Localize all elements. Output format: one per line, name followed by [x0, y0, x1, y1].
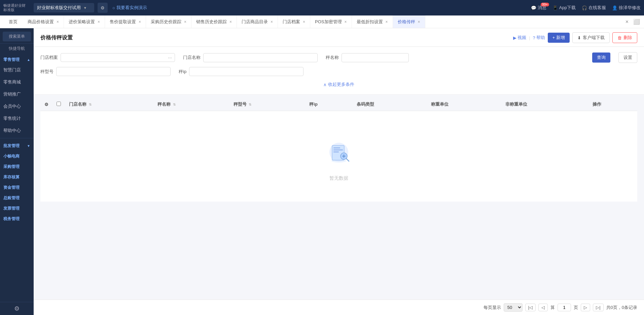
- svg-rect-3: [333, 147, 340, 148]
- tab-home[interactable]: 首页: [3, 15, 23, 28]
- settings-button[interactable]: ⚙: [98, 3, 108, 13]
- demo-link[interactable]: ○ 我要看实例演示: [112, 5, 147, 11]
- demo-icon: ○: [112, 5, 115, 10]
- tab-label: 价格传秤: [398, 19, 415, 25]
- tab-label: 售价提取设置: [110, 19, 136, 25]
- sidebar-item-member[interactable]: 会员中心: [0, 100, 34, 112]
- tab-purchase-history[interactable]: 采购历史价跟踪 ×: [146, 15, 191, 28]
- collapse-button[interactable]: ∧ 收起更多条件: [40, 80, 637, 89]
- tab-sale-price[interactable]: 售价提取设置 ×: [105, 15, 146, 28]
- close-icon[interactable]: ×: [418, 20, 420, 24]
- next-page-button[interactable]: ▷: [581, 304, 590, 311]
- video-link[interactable]: ▶ 视频: [513, 35, 526, 41]
- close-icon[interactable]: ×: [98, 20, 100, 24]
- sidebar-section-invoice[interactable]: 发票管理: [0, 202, 34, 213]
- close-icon[interactable]: ×: [345, 20, 347, 24]
- tab-min-discount[interactable]: 最低折扣设置 ×: [352, 15, 393, 28]
- chevron-down-icon: ▼: [27, 144, 30, 148]
- sidebar-section-ecommerce[interactable]: 小畅电商: [0, 150, 34, 161]
- content-area: 价格传秤设置 ▶ 视频 | ? 帮助 + 新增 ⬇ 客户端下载 🗑: [34, 28, 644, 315]
- close-icon[interactable]: ×: [184, 20, 186, 24]
- scale-model-input[interactable]: [56, 67, 171, 76]
- sidebar-item-retail-mall[interactable]: 零售商城: [0, 76, 34, 88]
- question-icon: ?: [533, 35, 535, 40]
- table-col-scale-model: 秤型号 ⇅: [229, 98, 306, 111]
- table-col-non-weight-unit: 非称重单位: [501, 98, 588, 111]
- page-title: 价格传秤设置: [40, 34, 73, 41]
- per-page-select[interactable]: 50 20 100: [504, 303, 523, 312]
- sidebar-section-retail[interactable]: 零售管理 ▲: [0, 54, 34, 64]
- sidebar-section-wholesale[interactable]: 批发管理 ▼: [0, 140, 34, 150]
- first-page-button[interactable]: |◁: [525, 304, 536, 311]
- sidebar-item-retail-stats[interactable]: 零售统计: [0, 112, 34, 125]
- col-label: 秤型号: [234, 102, 247, 107]
- sidebar-section-label: 采购管理: [3, 164, 20, 170]
- sidebar-section-ledger[interactable]: 总账管理: [0, 192, 34, 202]
- tab-purchase-strategy[interactable]: 进价策略设置 ×: [64, 15, 105, 28]
- online-service-button[interactable]: 🎧 在线客服: [582, 5, 606, 11]
- product-selector[interactable]: 好业财标准版交付试用 ▼: [34, 3, 94, 12]
- svg-rect-4: [333, 149, 343, 150]
- sidebar-item-marketing[interactable]: 营销推广: [0, 88, 34, 100]
- query-button[interactable]: 查询: [592, 53, 610, 63]
- search-menu-button[interactable]: 搜索菜单: [3, 32, 31, 41]
- tab-sale-history[interactable]: 销售历史价跟踪 ×: [191, 15, 237, 28]
- download-client-button[interactable]: ⬇ 客户端下载: [572, 32, 610, 43]
- store-file-filter: 门店档案 ···: [40, 53, 175, 62]
- store-name-input[interactable]: [203, 53, 318, 62]
- select-all-checkbox[interactable]: [57, 102, 61, 106]
- scale-model-filter: 秤型号: [40, 67, 171, 76]
- last-page-button[interactable]: ▷|: [593, 304, 603, 311]
- empty-state: 暂无数据: [40, 111, 637, 202]
- sidebar-divider: [0, 138, 34, 138]
- store-name-filter: 门店名称: [183, 53, 318, 62]
- close-tab-button[interactable]: ×: [624, 18, 630, 26]
- close-icon[interactable]: ×: [386, 20, 388, 24]
- add-button[interactable]: + 新增: [548, 33, 570, 43]
- store-name-label: 门店名称: [183, 55, 201, 61]
- message-icon: 💬: [531, 5, 536, 10]
- sidebar-section-inventory[interactable]: 库存核算: [0, 171, 34, 181]
- sidebar-section-tax[interactable]: 税务管理: [0, 213, 34, 223]
- sort-icon[interactable]: ⇅: [249, 103, 251, 106]
- table-col-checkbox[interactable]: [52, 98, 65, 111]
- page-input[interactable]: [558, 304, 571, 311]
- nav-tabs: 首页 商品价格设置 × 进价策略设置 × 售价提取设置 × 采购历史价跟踪 × …: [0, 15, 644, 28]
- help-link[interactable]: ? 帮助: [533, 35, 545, 41]
- delete-button[interactable]: 🗑 删除: [612, 32, 637, 43]
- close-icon[interactable]: ×: [271, 20, 273, 24]
- close-icon[interactable]: ×: [139, 20, 141, 24]
- tab-pos[interactable]: POS加密管理 ×: [310, 15, 352, 28]
- sidebar-section-label: 总账管理: [3, 195, 20, 201]
- tab-price-scale[interactable]: 价格传秤 ×: [393, 15, 425, 28]
- app-download-button[interactable]: 📱 App下载: [552, 5, 576, 11]
- table-col-settings[interactable]: ⚙: [40, 98, 52, 111]
- restore-tab-button[interactable]: ⬜: [632, 18, 641, 26]
- quick-nav-button[interactable]: 快捷导航: [0, 43, 34, 54]
- sort-icon[interactable]: ⇅: [89, 103, 92, 106]
- tab-store-product[interactable]: 门店商品目录 ×: [237, 15, 278, 28]
- download-icon: 📱: [552, 5, 558, 10]
- tab-product-price[interactable]: 商品价格设置 ×: [23, 15, 64, 28]
- user-menu[interactable]: 👤 徐泽华修改: [612, 5, 641, 11]
- sidebar-section-purchase[interactable]: 采购管理: [0, 161, 34, 171]
- sidebar-section-finance[interactable]: 资金管理: [0, 181, 34, 192]
- scale-name-input[interactable]: [342, 53, 409, 62]
- prev-page-button[interactable]: ◁: [538, 304, 548, 311]
- scale-ip-input[interactable]: [189, 67, 303, 76]
- set-button[interactable]: 设置: [618, 52, 637, 63]
- close-icon[interactable]: ×: [57, 20, 59, 24]
- close-icon[interactable]: ×: [229, 20, 232, 24]
- sort-icon[interactable]: ⇅: [173, 103, 176, 106]
- tab-store-file[interactable]: 门店档案 ×: [278, 15, 310, 28]
- sidebar-item-help[interactable]: 帮助中心: [0, 125, 34, 137]
- store-file-input-wrapper[interactable]: ···: [61, 53, 175, 62]
- message-button[interactable]: 💬 消息 99+: [531, 5, 546, 11]
- ellipsis-icon[interactable]: ···: [168, 55, 172, 60]
- close-icon[interactable]: ×: [303, 20, 305, 24]
- store-file-label: 门店档案: [40, 55, 58, 61]
- sidebar-item-smart-store[interactable]: 智慧门店: [0, 64, 34, 76]
- user-icon: 👤: [612, 5, 617, 10]
- sidebar-settings-button[interactable]: ⚙: [14, 305, 20, 312]
- store-file-input[interactable]: [64, 55, 168, 60]
